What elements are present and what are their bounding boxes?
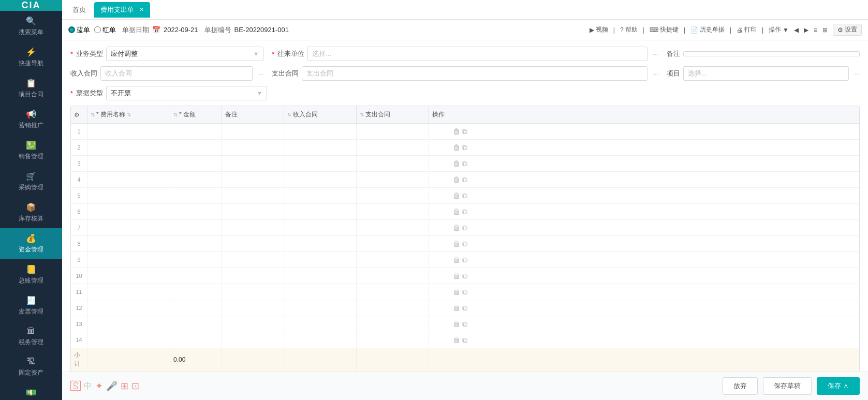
copy-icon[interactable]: ⧉ (462, 240, 467, 248)
copy-icon[interactable]: ⧉ (462, 336, 467, 345)
row-7-expense-name[interactable] (87, 220, 170, 235)
partner-more-icon[interactable]: ··· (651, 50, 658, 58)
sidebar-item-search[interactable]: 🔍 搜索菜单 (0, 11, 62, 42)
delete-icon[interactable]: 🗑 (453, 175, 460, 184)
row-8-expense-contract[interactable] (357, 236, 429, 251)
row-9-remark[interactable] (222, 252, 284, 268)
row-14-amount[interactable] (170, 332, 222, 348)
row-1-income-contract[interactable] (284, 124, 357, 139)
row-6-remark[interactable] (222, 204, 284, 219)
expense-sort-icon[interactable]: ⇅ (360, 112, 364, 117)
row-7-income-contract[interactable] (284, 220, 357, 235)
print-btn[interactable]: 🖨 打印 (737, 25, 757, 34)
delete-icon[interactable]: 🗑 (453, 240, 460, 248)
save-draft-button[interactable]: 保存草稿 (763, 377, 812, 395)
row-1-expense-contract[interactable] (357, 124, 429, 139)
copy-icon[interactable]: ⧉ (462, 143, 467, 152)
tab-expense[interactable]: 费用支出单 ✕ (94, 2, 150, 18)
sort-asc-icon[interactable]: ⇅ (127, 112, 131, 117)
income-sort-icon[interactable]: ⇅ (287, 112, 291, 117)
row-4-expense-contract[interactable] (357, 172, 429, 187)
row-14-expense-contract[interactable] (357, 332, 429, 348)
row-2-amount[interactable] (170, 140, 222, 155)
sidebar-item-shortcut[interactable]: ⚡ 快捷导航 (0, 42, 62, 73)
delete-icon[interactable]: 🗑 (453, 304, 460, 312)
row-14-income-contract[interactable] (284, 332, 357, 348)
sidebar-item-purchase[interactable]: 🛒 采购管理 (0, 166, 62, 197)
project-more-icon[interactable]: ··· (852, 70, 860, 78)
row-11-expense-contract[interactable] (357, 284, 429, 300)
row-3-remark[interactable] (222, 156, 284, 171)
expense-contract-more-icon[interactable]: ··· (651, 70, 658, 78)
row-9-amount[interactable] (170, 252, 222, 268)
delete-icon[interactable]: 🗑 (453, 272, 460, 280)
delete-icon[interactable]: 🗑 (453, 159, 460, 168)
row-4-expense-name[interactable] (87, 172, 170, 187)
row-7-remark[interactable] (222, 220, 284, 235)
sidebar-item-capital[interactable]: 💰 资金管理 (0, 228, 62, 259)
row-13-expense-name[interactable] (87, 316, 170, 332)
row-8-amount[interactable] (170, 236, 222, 251)
sidebar-item-accounting[interactable]: 📒 总账管理 (0, 259, 62, 290)
list-view-btn[interactable]: ≡ (814, 26, 817, 34)
row-5-expense-contract[interactable] (357, 188, 429, 203)
row-5-expense-name[interactable] (87, 188, 170, 203)
row-5-amount[interactable] (170, 188, 222, 203)
row-13-income-contract[interactable] (284, 316, 357, 332)
row-10-amount[interactable] (170, 268, 222, 284)
copy-icon[interactable]: ⧉ (462, 256, 467, 264)
sort-icon[interactable]: ⇅ (91, 112, 95, 117)
row-2-expense-contract[interactable] (357, 140, 429, 155)
row-3-amount[interactable] (170, 156, 222, 171)
delete-icon[interactable]: 🗑 (453, 336, 460, 344)
row-12-expense-name[interactable] (87, 300, 170, 316)
expense-contract-input[interactable]: 支出合同 (302, 66, 648, 81)
row-14-expense-name[interactable] (87, 332, 170, 348)
delete-icon[interactable]: 🗑 (453, 127, 460, 136)
delete-icon[interactable]: 🗑 (453, 208, 460, 216)
delete-icon[interactable]: 🗑 (453, 143, 460, 152)
sidebar-item-sales[interactable]: 💹 销售管理 (0, 135, 62, 166)
row-1-remark[interactable] (222, 124, 284, 139)
row-1-amount[interactable] (170, 124, 222, 139)
row-12-remark[interactable] (222, 300, 284, 316)
row-12-income-contract[interactable] (284, 300, 357, 316)
row-10-expense-name[interactable] (87, 268, 170, 284)
row-3-expense-contract[interactable] (357, 156, 429, 171)
history-btn[interactable]: 📄 历史单据 (690, 25, 725, 34)
operate-btn[interactable]: 操作 ▼ (769, 25, 789, 34)
copy-icon[interactable]: ⧉ (462, 272, 467, 280)
sidebar-item-fixed-asset[interactable]: 🏗 固定资产 (0, 352, 62, 382)
row-4-remark[interactable] (222, 172, 284, 187)
grid-view-btn[interactable]: ⊞ (822, 26, 828, 34)
next-btn[interactable]: ▶ (804, 26, 808, 34)
invoice-type-input[interactable]: 不开票 ▼ (106, 86, 267, 100)
th-settings[interactable]: ⚙ (71, 106, 87, 123)
row-9-expense-contract[interactable] (357, 252, 429, 268)
copy-icon[interactable]: ⧉ (462, 127, 467, 136)
row-8-remark[interactable] (222, 236, 284, 251)
business-type-input[interactable]: 应付调整 ▼ (106, 47, 263, 61)
shortcut-btn[interactable]: ⌨ 快捷键 (650, 25, 679, 34)
tab-home[interactable]: 首页 (66, 2, 92, 18)
prev-btn[interactable]: ◀ (794, 26, 799, 34)
copy-icon[interactable]: ⧉ (462, 288, 467, 297)
row-11-income-contract[interactable] (284, 284, 357, 300)
row-7-amount[interactable] (170, 220, 222, 235)
settings-btn[interactable]: ⚙ 设置 (833, 24, 862, 36)
remark-input[interactable] (683, 51, 860, 56)
row-11-amount[interactable] (170, 284, 222, 300)
row-14-remark[interactable] (222, 332, 284, 348)
video-btn[interactable]: ▶ 视频 (590, 25, 608, 34)
row-13-expense-contract[interactable] (357, 316, 429, 332)
row-2-remark[interactable] (222, 140, 284, 155)
delete-icon[interactable]: 🗑 (453, 224, 460, 232)
row-12-amount[interactable] (170, 300, 222, 316)
row-6-expense-name[interactable] (87, 204, 170, 219)
amount-sort-icon[interactable]: ⇅ (173, 112, 178, 117)
copy-icon[interactable]: ⧉ (462, 175, 467, 184)
copy-icon[interactable]: ⧉ (462, 304, 467, 313)
delete-icon[interactable]: 🗑 (453, 320, 460, 328)
row-12-expense-contract[interactable] (357, 300, 429, 316)
copy-icon[interactable]: ⧉ (462, 191, 467, 200)
